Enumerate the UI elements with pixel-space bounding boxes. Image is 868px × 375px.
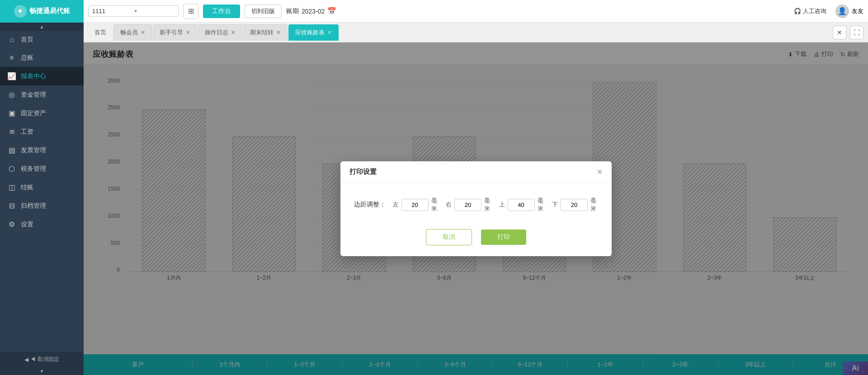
calendar-icon[interactable]: 📅 — [327, 7, 336, 15]
sidebar-label-archive: 归档管理 — [21, 202, 76, 210]
top-bar: ✦ 畅捷通易代账 1111 ▼ ⊞ 工作台 切到旧版 账期 2023-02 📅 … — [0, 0, 868, 23]
bottom-margin-label: 下 — [552, 201, 558, 209]
logo-text: 畅捷通易代账 — [29, 7, 70, 15]
tax-icon: ⬡ — [7, 164, 16, 173]
sidebar-scroll-down[interactable]: ▼ — [0, 367, 84, 375]
support-button[interactable]: 🎧 人工咨询 — [794, 7, 826, 15]
copy-icon-btn[interactable]: ⊞ — [183, 4, 198, 19]
tab-closing[interactable]: 期末结转 ✕ — [243, 24, 288, 41]
sidebar-label-settings: 设置 — [21, 220, 76, 229]
sidebar-label-funds: 资金管理 — [21, 91, 76, 99]
margin-row: 边距调整： 左 毫米 右 毫米 — [354, 197, 598, 213]
period-info: 账期 2023-02 📅 — [286, 7, 336, 15]
assets-icon: ▣ — [7, 109, 16, 117]
sidebar-label-assets: 固定资产 — [21, 109, 76, 117]
left-margin-input[interactable] — [401, 199, 429, 211]
dropdown-arrow-icon: ▼ — [133, 9, 175, 14]
tab-home[interactable]: 首页 — [88, 24, 113, 41]
sidebar-label-invoice: 发票管理 — [21, 146, 76, 155]
top-margin-label: 上 — [499, 201, 505, 209]
tab-guide-label: 新手引导 — [160, 28, 183, 37]
period-value: 2023-02 — [302, 8, 325, 15]
left-margin-label: 左 — [393, 201, 399, 209]
tab-log-close-icon[interactable]: ✕ — [231, 29, 236, 36]
archive-icon: ⊟ — [7, 202, 16, 210]
ledger-icon: ≡ — [7, 54, 16, 62]
copy-icon: ⊞ — [188, 7, 194, 15]
tab-guide[interactable]: 新手引导 ✕ — [153, 24, 197, 41]
collapse-label: ◀ 取消固定 — [30, 356, 59, 363]
sidebar-item-closing[interactable]: ◫ 结账 — [0, 178, 84, 197]
top-margin-input[interactable] — [508, 199, 535, 211]
left-unit: 毫米 — [431, 197, 439, 213]
right-margin-input[interactable] — [454, 199, 481, 211]
content-area: 首页 畅会员 ✕ 新手引导 ✕ 操作日志 ✕ 期末结转 ✕ 应收账龄表 ✕ — [84, 23, 868, 375]
sidebar: ▲ ⌂ 首页 ≡ 总账 📈 报表中心 ◎ 资金管理 ▣ 固定资产 — [0, 23, 84, 375]
user-button[interactable]: 👤 友友 — [835, 5, 863, 18]
top-margin-group: 上 毫米 — [499, 197, 545, 213]
support-label: 人工咨询 — [803, 7, 826, 15]
avatar: 👤 — [835, 5, 849, 18]
sidebar-item-settings[interactable]: ⚙ 设置 — [0, 215, 84, 234]
tab-bar-right: ✕ ⛶ — [833, 26, 863, 39]
left-margin-group: 左 毫米 — [393, 197, 439, 213]
salary-icon: ≋ — [7, 127, 16, 136]
sidebar-item-invoice[interactable]: ▤ 发票管理 — [0, 141, 84, 159]
closing-icon: ◫ — [7, 183, 16, 192]
sidebar-collapse-button[interactable]: ◀ ◀ 取消固定 — [0, 352, 84, 367]
logo: ✦ 畅捷通易代账 — [0, 0, 84, 23]
sidebar-item-home[interactable]: ⌂ 首页 — [0, 31, 84, 49]
modal-footer: 取消 打印 — [340, 222, 612, 256]
period-label: 账期 — [286, 7, 299, 15]
tab-aging-label: 应收账龄表 — [295, 28, 325, 37]
tab-aging[interactable]: 应收账龄表 ✕ — [288, 24, 339, 41]
bottom-margin-input[interactable] — [561, 199, 588, 211]
tab-home-label: 首页 — [94, 28, 106, 37]
print-confirm-button[interactable]: 打印 — [481, 230, 526, 245]
workbench-button[interactable]: 工作台 — [203, 5, 240, 18]
cancel-button[interactable]: 取消 — [426, 229, 472, 245]
company-selector[interactable]: 1111 ▼ — [88, 5, 179, 17]
report-icon: 📈 — [7, 72, 16, 80]
settings-icon: ⚙ — [7, 220, 16, 229]
tab-guide-close-icon[interactable]: ✕ — [186, 29, 190, 36]
switch-version-button[interactable]: 切到旧版 — [245, 5, 282, 18]
sidebar-item-salary[interactable]: ≋ 工资 — [0, 122, 84, 141]
top-bar-right: 🎧 人工咨询 👤 友友 — [794, 5, 863, 18]
invoice-icon: ▤ — [7, 146, 16, 155]
sidebar-item-archive[interactable]: ⊟ 归档管理 — [0, 197, 84, 215]
modal-close-button[interactable]: ✕ — [597, 168, 603, 176]
tab-log[interactable]: 操作日志 ✕ — [198, 24, 242, 41]
tab-close-window-button[interactable]: ✕ — [833, 26, 846, 39]
tab-bar: 首页 畅会员 ✕ 新手引导 ✕ 操作日志 ✕ 期末结转 ✕ 应收账龄表 ✕ — [84, 23, 868, 42]
tab-maximize-button[interactable]: ⛶ — [850, 26, 863, 39]
tab-vip-close-icon[interactable]: ✕ — [141, 29, 145, 36]
right-margin-group: 右 毫米 — [446, 197, 492, 213]
modal-overlay: 打印设置 ✕ 边距调整： 左 毫米 右 — [84, 42, 868, 375]
right-margin-label: 右 — [446, 201, 452, 209]
company-name: 1111 — [92, 8, 133, 14]
page-content: 应收账龄表 ⬇ 下载 🖨 打印 ↻ 刷新 — [84, 42, 868, 375]
tab-aging-close-icon[interactable]: ✕ — [327, 29, 332, 36]
bottom-margin-group: 下 毫米 — [552, 197, 598, 213]
home-icon: ⌂ — [7, 36, 16, 44]
sidebar-item-funds[interactable]: ◎ 资金管理 — [0, 85, 84, 104]
sidebar-item-ledger[interactable]: ≡ 总账 — [0, 49, 84, 67]
sidebar-scroll-up[interactable]: ▲ — [0, 23, 84, 31]
sidebar-item-report[interactable]: 📈 报表中心 — [0, 67, 84, 85]
sidebar-label-ledger: 总账 — [21, 54, 76, 62]
sidebar-label-home: 首页 — [21, 36, 76, 44]
sidebar-label-salary: 工资 — [21, 128, 76, 136]
tab-closing-close-icon[interactable]: ✕ — [276, 29, 281, 36]
modal-header: 打印设置 ✕ — [340, 161, 612, 183]
tab-vip[interactable]: 畅会员 ✕ — [113, 24, 152, 41]
headset-icon: 🎧 — [794, 8, 801, 14]
sidebar-label-tax: 税务管理 — [21, 165, 76, 173]
modal-title: 打印设置 — [349, 168, 377, 176]
tab-closing-label: 期末结转 — [250, 28, 274, 37]
sidebar-item-assets[interactable]: ▣ 固定资产 — [0, 104, 84, 122]
right-unit: 毫米 — [484, 197, 492, 213]
tab-vip-label: 畅会员 — [120, 28, 138, 37]
sidebar-items: ⌂ 首页 ≡ 总账 📈 报表中心 ◎ 资金管理 ▣ 固定资产 ≋ 工资 — [0, 23, 84, 242]
sidebar-item-tax[interactable]: ⬡ 税务管理 — [0, 159, 84, 178]
